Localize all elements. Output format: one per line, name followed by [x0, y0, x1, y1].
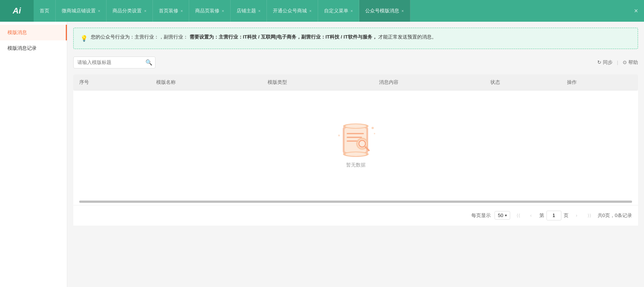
empty-illustration	[332, 113, 380, 162]
nav-tabs-container: 首页微商城店铺设置×商品分类设置×首页装修×商品页装修×店铺主题×开通公众号商城…	[34, 0, 628, 22]
next-page-button[interactable]: ›	[572, 211, 581, 220]
nav-tab[interactable]: 店铺主题×	[231, 0, 267, 22]
nav-tab-label: 商品页装修	[195, 7, 219, 14]
main-layout: 模版消息模版消息记录 💡 您的公众号行业为：主营行业：，副营行业： 需要设置为：…	[0, 22, 644, 287]
table-header-2: 模版类型	[262, 74, 373, 91]
tab-close-button[interactable]: ×	[181, 9, 183, 13]
search-input-wrap: 🔍	[73, 57, 155, 68]
chevron-down-icon: ▾	[505, 213, 507, 217]
sync-icon: ↻	[597, 59, 601, 65]
help-button[interactable]: ⊙ 帮助	[623, 59, 638, 66]
notice-text: 您的公众号行业为：主营行业：，副营行业： 需要设置为：主营行业：IT科技 / 互…	[91, 33, 437, 41]
nav-tab-label: 公众号模版消息	[365, 7, 399, 14]
nav-tab-label: 商品分类设置	[113, 7, 142, 14]
sidebar-item[interactable]: 模版消息记录	[0, 40, 67, 56]
sync-button[interactable]: ↻ 同步	[597, 59, 613, 66]
table-container: 序号模版名称模版类型消息内容状态操作	[73, 74, 638, 226]
divider: |	[617, 59, 618, 65]
table-header-1: 模版名称	[150, 74, 262, 91]
data-table: 序号模版名称模版类型消息内容状态操作	[73, 74, 638, 91]
scrollbar-area	[73, 198, 638, 205]
search-button[interactable]: 🔍	[145, 59, 152, 66]
nav-tab[interactable]: 微商城店铺设置×	[56, 0, 107, 22]
sidebar: 模版消息模版消息记录	[0, 22, 67, 287]
nav-tab-label: 首页装修	[159, 7, 178, 14]
scrollbar-track[interactable]	[79, 201, 632, 203]
page-size-select[interactable]: 50 ▾	[494, 211, 510, 220]
search-left: 🔍	[73, 57, 155, 68]
total-info: 共0页，0条记录	[598, 212, 632, 219]
close-all-tabs-button[interactable]: ×	[628, 7, 644, 15]
nav-tab[interactable]: 商品页装修×	[189, 0, 230, 22]
nav-tab-label: 开通公众号商城	[273, 7, 307, 14]
lightbulb-icon: 💡	[80, 34, 88, 43]
page-unit: 页	[564, 212, 568, 219]
page-size-value: 50	[498, 213, 503, 218]
empty-text: 暂无数据	[346, 162, 366, 168]
tab-close-button[interactable]: ×	[98, 9, 100, 13]
sidebar-item[interactable]: 模版消息	[0, 25, 67, 40]
nav-tab-label: 店铺主题	[237, 7, 256, 14]
page-label: 第	[539, 212, 544, 219]
svg-point-15	[374, 133, 375, 134]
tab-close-button[interactable]: ×	[222, 9, 224, 13]
notice-banner: 💡 您的公众号行业为：主营行业：，副营行业： 需要设置为：主营行业：IT科技 /…	[73, 28, 638, 49]
svg-point-7	[345, 124, 366, 128]
svg-point-14	[372, 127, 374, 129]
content-area: 💡 您的公众号行业为：主营行业：，副营行业： 需要设置为：主营行业：IT科技 /…	[67, 22, 644, 287]
scrollbar-thumb[interactable]	[79, 201, 632, 203]
nav-tab[interactable]: 开通公众号商城×	[267, 0, 318, 22]
table-header-3: 消息内容	[373, 74, 484, 91]
svg-point-9	[345, 152, 366, 156]
empty-state: 暂无数据	[73, 91, 638, 198]
nav-tab-label: 首页	[40, 7, 49, 14]
pagination: 每页显示 50 ▾ ⟨⟨ ‹ 第 页 › ⟩⟩ 共0页，0条记录	[73, 205, 638, 226]
tab-close-button[interactable]: ×	[401, 9, 404, 13]
search-input[interactable]	[73, 57, 155, 68]
page-info: 第 页	[539, 211, 568, 220]
table-header-0: 序号	[73, 74, 150, 91]
table-header-4: 状态	[484, 74, 561, 91]
page-size-label: 每页显示	[471, 212, 491, 219]
svg-point-16	[338, 134, 340, 136]
tab-close-button[interactable]: ×	[309, 9, 311, 13]
top-navigation: Ai 首页微商城店铺设置×商品分类设置×首页装修×商品页装修×店铺主题×开通公众…	[0, 0, 644, 22]
nav-tab[interactable]: 首页	[34, 0, 56, 22]
table-header-row: 序号模版名称模版类型消息内容状态操作	[73, 74, 638, 91]
tab-close-button[interactable]: ×	[351, 9, 353, 13]
prev-page-button[interactable]: ‹	[527, 211, 536, 220]
nav-tab-label: 微商城店铺设置	[62, 7, 96, 14]
table-header-5: 操作	[561, 74, 638, 91]
tab-close-button[interactable]: ×	[144, 9, 146, 13]
nav-tab[interactable]: 自定义菜单×	[318, 0, 359, 22]
tab-close-button[interactable]: ×	[258, 9, 261, 13]
nav-tab[interactable]: 首页装修×	[153, 0, 189, 22]
first-page-button[interactable]: ⟨⟨	[514, 211, 523, 220]
page-number-input[interactable]	[546, 211, 561, 220]
help-icon: ⊙	[623, 59, 627, 65]
last-page-button[interactable]: ⟩⟩	[585, 211, 594, 220]
nav-tab[interactable]: 商品分类设置×	[107, 0, 152, 22]
nav-tab-label: 自定义菜单	[324, 7, 348, 14]
logo: Ai	[0, 0, 34, 22]
search-right: ↻ 同步 | ⊙ 帮助	[597, 59, 638, 66]
nav-tab[interactable]: 公众号模版消息×	[359, 0, 410, 22]
search-bar: 🔍 ↻ 同步 | ⊙ 帮助	[73, 57, 638, 68]
